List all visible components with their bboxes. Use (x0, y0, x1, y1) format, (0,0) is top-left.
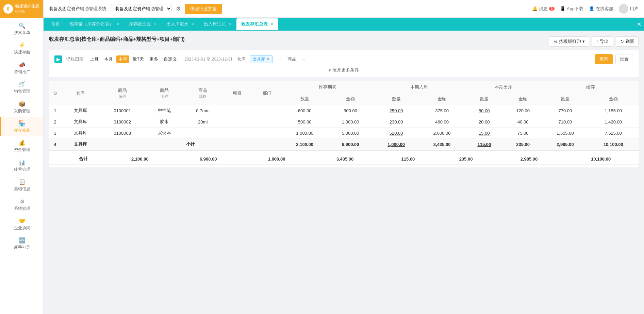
tab-label-home: 首页 (51, 21, 60, 27)
col-warehouse-header: 仓库 (61, 81, 99, 105)
footer-close-qty: 2,985.00 (495, 153, 563, 165)
tab-close-flow[interactable]: ✕ (191, 22, 194, 27)
row-out-amt-2: 75.00 (503, 128, 542, 139)
row-code-0: 0100001 (99, 105, 145, 116)
col-opening-header: 库存期初 (282, 81, 373, 93)
sidebar-item-operations[interactable]: 📊经营管理 (0, 156, 43, 175)
tab-summary[interactable]: 出入库汇总✕ (199, 18, 236, 30)
goods-filter-label: 商品 (287, 56, 296, 62)
sidebar-item-marketing[interactable]: 📣营销推广 (0, 58, 43, 78)
footer-open-amt: 6,900.00 (174, 153, 243, 165)
row-in-qty-1[interactable]: 230.00 (373, 116, 419, 128)
tab-label-flow: 出入库流水 (166, 21, 188, 27)
data-table: ⚙ 仓库 商品编码 商品名称 商品规格 项目 部门 库存期初 本期入库 本期出库… (49, 81, 639, 150)
row-code-1: 0100002 (99, 116, 145, 128)
topbar: 装备及固定资产辅助管理系统 装备及固定资产辅助管理系统 ⚙ 体验行业方案 🔔 消… (44, 0, 644, 18)
user-area[interactable]: 用户 (619, 4, 639, 14)
col-settings: ⚙ (49, 81, 61, 105)
warehouse-tag-close[interactable]: ✕ (266, 57, 270, 62)
row-no-2: 3 (49, 128, 61, 139)
sidebar-item-sales[interactable]: 🛒销售管理 (0, 78, 43, 97)
date-btn-more[interactable]: 更多 (147, 55, 160, 63)
subtotal-out-amt: 235.00 (503, 139, 542, 150)
row-code-2: 0100003 (99, 128, 145, 139)
col-out-qty-header: 数量 (465, 93, 503, 105)
export-icon: ↑ (596, 39, 599, 44)
col-in-amt-header: 金额 (419, 93, 465, 105)
tab-close-summary[interactable]: ✕ (229, 22, 232, 27)
subtotal-out-qty[interactable]: 115.00 (465, 139, 503, 150)
filter-collapse-btn[interactable]: ▶ (54, 55, 62, 63)
sidebar-item-guide[interactable]: 🆕新手引导 (0, 234, 43, 253)
col-spec-header: 商品规格 (183, 81, 222, 105)
refresh-btn[interactable]: ↻ 刷新 (616, 36, 639, 47)
sidebar-inventory-icon: 🏪 (19, 120, 26, 127)
row-project-0 (222, 105, 252, 116)
row-close-amt-0: 1,155.00 (588, 105, 639, 116)
sidebar-item-purchase[interactable]: 📦采购管理 (0, 97, 43, 117)
tab-close-receive[interactable]: ✕ (270, 22, 274, 27)
warehouse-more-dots[interactable]: ··· (277, 57, 283, 62)
row-out-qty-1[interactable]: 20.00 (465, 116, 503, 128)
col-code-header: 商品编码 (99, 81, 145, 105)
notifications[interactable]: 🔔 消息 6 (532, 6, 555, 12)
sidebar-basic-icon: 📋 (19, 179, 26, 185)
sidebar-item-system[interactable]: ⚙系统管理 (0, 195, 43, 214)
system-title: 装备及固定资产辅助管理系统 (49, 6, 106, 12)
row-close-qty-1: 710.00 (542, 116, 588, 128)
row-in-qty-2[interactable]: 520.00 (373, 128, 419, 139)
print-btn[interactable]: 🖨 拣模版打印 ▾ (549, 36, 589, 47)
sidebar-item-basic[interactable]: 📋基础信息 (0, 175, 43, 195)
app-download[interactable]: 📱 App下载 (560, 6, 583, 12)
sidebar-item-collab[interactable]: 🤝企业协同 (0, 214, 43, 234)
date-btn-last-month[interactable]: 上月 (88, 55, 101, 63)
footer-open-qty: 2,100.00 (106, 153, 174, 165)
goods-more-dots[interactable]: ··· (300, 57, 307, 62)
tab-receive[interactable]: 收发存汇总表✕ (236, 18, 278, 30)
topbar-gear-icon[interactable]: ⚙ (176, 5, 181, 12)
query-btn[interactable]: 查询 (595, 54, 613, 64)
close-all-tabs-icon[interactable]: ✕ (637, 21, 641, 28)
sidebar-finance-label: 资金管理 (14, 147, 30, 152)
warehouse-filter-label: 仓库 (237, 56, 246, 62)
tab-close-stock[interactable]: ✕ (116, 22, 119, 27)
row-out-qty-0[interactable]: 80.00 (465, 105, 503, 116)
tab-home[interactable]: 首页 (46, 18, 65, 30)
tab-label-receive: 收发存汇总表 (241, 21, 268, 27)
sidebar-guide-label: 新手引导 (14, 245, 30, 250)
table-footer: 合计 2,100.00 6,900.00 1,000.00 3,435.00 1… (49, 150, 639, 167)
date-btn-this-year[interactable]: 本年 (116, 55, 129, 63)
footer-out-amt: 235.00 (437, 153, 495, 165)
main-area: 装备及固定资产辅助管理系统 装备及固定资产辅助管理系统 ⚙ 体验行业方案 🔔 消… (44, 0, 644, 314)
subtotal-in-qty[interactable]: 1,000.00 (373, 139, 419, 150)
date-btn-7days[interactable]: 近7天 (131, 55, 146, 63)
sidebar-operations-icon: 📊 (19, 159, 26, 166)
table-gear-icon[interactable]: ⚙ (53, 90, 57, 96)
online-service[interactable]: 👤 在线客服 (589, 6, 613, 12)
row-spec-1: 20ml (183, 116, 222, 128)
experience-btn[interactable]: 体验行业方案 (185, 4, 222, 14)
sidebar-item-quicknav[interactable]: ⚡快捷导航 (0, 38, 43, 58)
chevron-down-icon: ▾ (582, 39, 585, 44)
row-open-qty-2: 1,000.00 (282, 128, 328, 139)
content-area: 收发存汇总表(按仓库+商品编码+商品+规格型号+项目+部门) 🖨 拣模版打印 ▾… (44, 31, 644, 314)
expand-filter-btn[interactable]: ▾ 展开更多条件 (329, 67, 359, 73)
sidebar-item-search[interactable]: 🔍搜索菜单 (0, 19, 43, 38)
export-btn[interactable]: ↑ 导出 (592, 36, 613, 47)
system-select[interactable]: 装备及固定资产辅助管理系统 (111, 4, 172, 13)
refresh-icon: ↻ (620, 39, 624, 44)
tab-close-batch[interactable]: ✕ (154, 22, 157, 27)
settings-btn[interactable]: 设置 (615, 54, 633, 64)
table-row: 1 文具库 0100001 中性笔 0.7mm 600.00 900.00 25… (49, 105, 639, 116)
row-in-qty-0[interactable]: 250.00 (373, 105, 419, 116)
row-out-qty-2[interactable]: 15.00 (465, 128, 503, 139)
tab-flow[interactable]: 出入库流水✕ (162, 18, 199, 30)
tab-batch[interactable]: 库存批次账✕ (124, 18, 162, 30)
date-btn-custom[interactable]: 自定义 (162, 55, 179, 63)
date-btn-this-month[interactable]: 本月 (102, 55, 115, 63)
tab-stock[interactable]: 现存量（库存分布表）✕ (65, 18, 124, 30)
tab-label-summary: 出入库汇总 (204, 21, 226, 27)
sidebar-item-finance[interactable]: 💰资金管理 (0, 136, 43, 155)
date-filter-label: 记账日期 (66, 56, 84, 62)
sidebar-item-inventory[interactable]: 🏪库存核算 (0, 117, 43, 136)
